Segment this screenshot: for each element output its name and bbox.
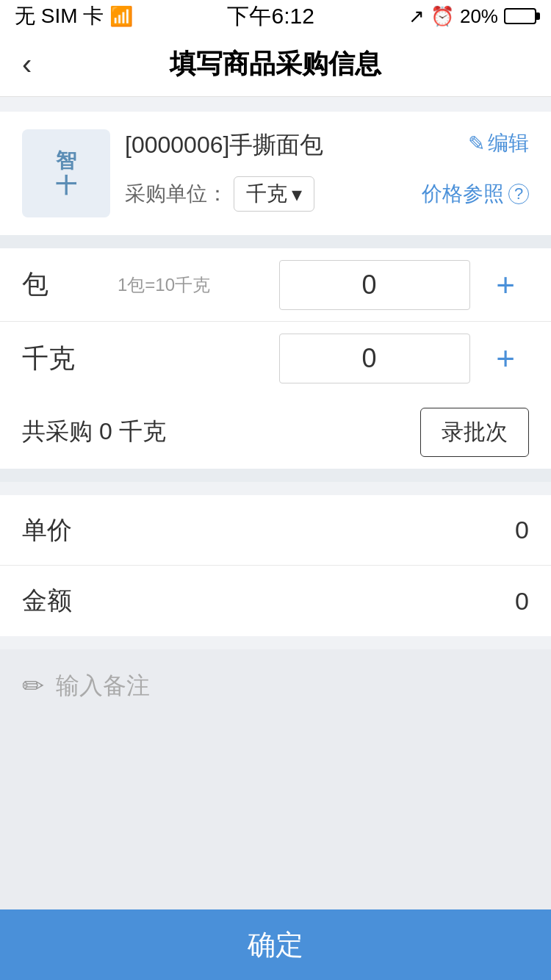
nav-bar: ‹ 填写商品采购信息 xyxy=(0,32,551,97)
bag-input-row: 包 1包=10千克 + xyxy=(0,248,551,322)
bag-input[interactable] xyxy=(279,260,470,310)
summary-row: 共采购 0 千克 录批次 xyxy=(0,395,551,469)
amount-row: 金额 0 xyxy=(0,566,551,636)
product-header: [0000006]手撕面包 ✎ 编辑 xyxy=(125,129,529,162)
product-card: 智 十 [0000006]手撕面包 ✎ 编辑 采购单位： 千克 ▾ 价格参照 ? xyxy=(0,112,551,235)
unit-price-label: 单价 xyxy=(22,514,72,547)
bag-sublabel: 1包=10千克 xyxy=(118,273,210,297)
edit-icon: ✎ xyxy=(468,131,485,156)
product-unit-row: 采购单位： 千克 ▾ 价格参照 ? xyxy=(125,176,529,212)
status-left: 无 SIM 卡 📶 xyxy=(15,2,133,30)
section-divider-2 xyxy=(0,469,551,482)
unit-prefix-label: 采购单位： xyxy=(125,180,228,208)
wifi-icon: 📶 xyxy=(109,5,133,28)
unit-selector-group: 采购单位： 千克 ▾ xyxy=(125,176,314,212)
sim-label: 无 SIM 卡 xyxy=(15,2,104,30)
kg-input-wrapper: + xyxy=(110,334,529,383)
edit-label: 编辑 xyxy=(488,129,529,157)
input-section: 包 1包=10千克 + 千克 + xyxy=(0,248,551,395)
status-time: 下午6:12 xyxy=(227,1,314,32)
product-thumbnail: 智 十 xyxy=(22,129,110,217)
batch-button[interactable]: 录批次 xyxy=(420,408,529,457)
product-info: [0000006]手撕面包 ✎ 编辑 采购单位： 千克 ▾ 价格参照 ? xyxy=(125,129,529,212)
status-bar: 无 SIM 卡 📶 下午6:12 ↗ ⏰ 20% xyxy=(0,0,551,32)
help-icon: ? xyxy=(508,184,529,204)
price-ref-label: 价格参照 xyxy=(422,180,504,208)
amount-label: 金额 xyxy=(22,584,72,618)
unit-price-row: 单价 0 xyxy=(0,495,551,566)
bag-label: 包 xyxy=(22,267,110,303)
kg-input-row: 千克 + xyxy=(0,322,551,395)
price-section: 单价 0 金额 0 xyxy=(0,495,551,636)
page-title: 填写商品采购信息 xyxy=(170,46,381,82)
back-button[interactable]: ‹ xyxy=(22,48,32,81)
product-thumb-text: 智 十 xyxy=(56,148,76,198)
note-placeholder: 输入备注 xyxy=(56,670,150,702)
battery-label: 20% xyxy=(460,5,498,28)
bag-plus-button[interactable]: + xyxy=(482,262,529,309)
gps-icon: ↗ xyxy=(408,5,425,28)
section-divider-1 xyxy=(0,235,551,248)
kg-plus-button[interactable]: + xyxy=(482,335,529,382)
bag-input-wrapper: + xyxy=(210,260,529,310)
alarm-icon: ⏰ xyxy=(431,5,454,28)
confirm-button[interactable]: 确定 xyxy=(0,909,551,980)
kg-input[interactable] xyxy=(279,334,470,383)
status-right: ↗ ⏰ 20% xyxy=(408,5,536,28)
note-section[interactable]: ✏ 输入备注 xyxy=(0,649,551,723)
dropdown-icon: ▾ xyxy=(292,182,302,206)
pencil-icon: ✏ xyxy=(22,671,44,702)
unit-price-value: 0 xyxy=(515,516,529,544)
summary-text: 共采购 0 千克 xyxy=(22,416,166,448)
product-name: [0000006]手撕面包 xyxy=(125,129,323,162)
battery-icon xyxy=(504,8,536,24)
price-reference-button[interactable]: 价格参照 ? xyxy=(422,180,529,208)
amount-value: 0 xyxy=(515,587,529,616)
unit-select[interactable]: 千克 ▾ xyxy=(234,176,314,212)
unit-value: 千克 xyxy=(246,180,287,208)
kg-label: 千克 xyxy=(22,341,110,377)
edit-button[interactable]: ✎ 编辑 xyxy=(468,129,529,157)
